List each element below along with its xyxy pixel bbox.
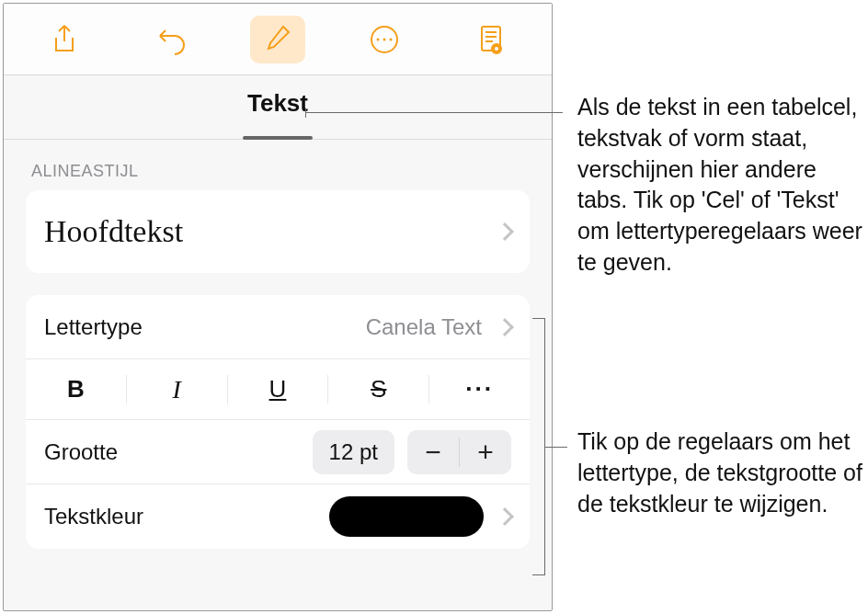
tab-underline (243, 136, 313, 140)
more-text-styles-button[interactable]: ··· (429, 375, 530, 404)
size-stepper: − + (407, 430, 511, 474)
chevron-right-icon (496, 222, 514, 241)
chevron-right-icon (496, 318, 514, 336)
tab-tekst[interactable]: Tekst (247, 89, 308, 125)
format-panel: Tekst ALINEASTIJL Hoofdtekst Lettertype … (3, 3, 553, 611)
toolbar (4, 4, 552, 75)
bold-button[interactable]: B (26, 375, 127, 404)
increase-size-button[interactable]: + (460, 430, 511, 474)
callout-controls: Tik op de regelaars om het lettertype, d… (577, 426, 868, 519)
share-button[interactable] (37, 16, 92, 63)
underline-button[interactable]: U (228, 375, 329, 404)
paragraph-style-card: Hoofdtekst (26, 190, 530, 273)
callout-lead-2 (545, 447, 567, 448)
size-label: Grootte (44, 439, 118, 465)
decrease-size-button[interactable]: − (407, 430, 459, 474)
text-color-label: Tekstkleur (44, 504, 143, 529)
callout-bracket (532, 318, 545, 575)
paragraph-style-row[interactable]: Hoofdtekst (26, 190, 530, 273)
reader-button[interactable] (463, 16, 519, 63)
svg-point-2 (383, 38, 386, 40)
tab-header: Tekst (4, 75, 552, 140)
font-row[interactable]: Lettertype Canela Text (26, 295, 530, 359)
share-icon (48, 23, 81, 56)
format-button[interactable] (250, 16, 305, 63)
brush-icon (261, 23, 294, 56)
size-row: Grootte 12 pt − + (26, 420, 530, 484)
text-style-row: B I U S ··· (26, 359, 530, 420)
size-value[interactable]: 12 pt (313, 430, 394, 474)
font-card: Lettertype Canela Text B I U S ··· Groot… (26, 295, 530, 549)
chevron-right-icon (496, 507, 514, 526)
paragraph-style-label: ALINEASTIJL (4, 140, 552, 190)
svg-point-3 (390, 38, 393, 40)
undo-icon (154, 23, 188, 56)
text-color-row[interactable]: Tekstkleur (26, 484, 530, 549)
callout-tabs: Als de tekst in een tabelcel, tekstvak o… (577, 92, 868, 279)
color-swatch[interactable] (329, 496, 484, 537)
paragraph-style-name: Hoofdtekst (44, 214, 183, 249)
font-label: Lettertype (44, 314, 143, 340)
strikethrough-button[interactable]: S (328, 375, 429, 404)
insert-page-icon (474, 23, 508, 56)
italic-button[interactable]: I (127, 375, 228, 404)
undo-button[interactable] (143, 16, 199, 63)
font-value: Canela Text (366, 314, 482, 340)
callout-lead-1 (305, 112, 563, 113)
svg-point-9 (495, 47, 498, 51)
svg-point-1 (377, 38, 380, 40)
more-icon (368, 23, 401, 56)
more-button[interactable] (357, 16, 412, 63)
